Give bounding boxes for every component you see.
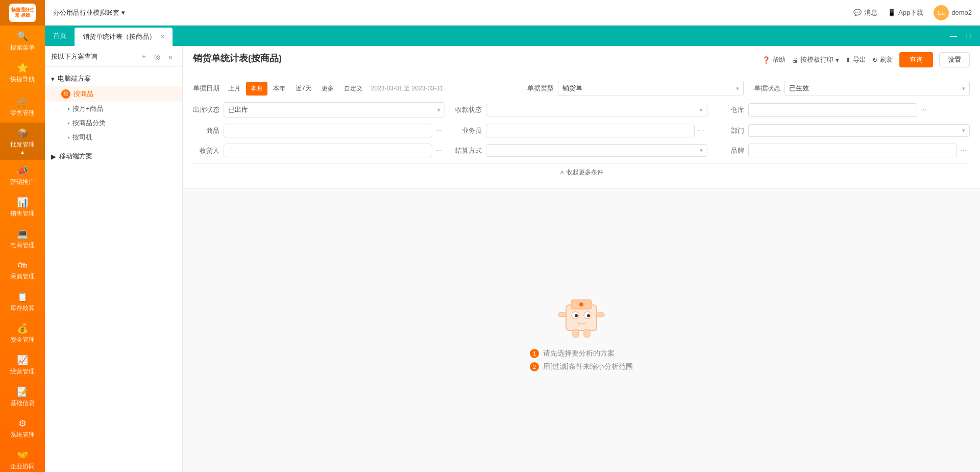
tree-container: ▾ 电脑端方案 按 按商品 ▪ 按月+商品 ▪ 按商品分类 — [45, 67, 182, 472]
goods-input[interactable] — [224, 124, 432, 137]
filter-field-recipient: 收货人 ··· — [193, 144, 445, 157]
search-icon: 🔍 — [17, 31, 28, 42]
date-btn-more[interactable]: 更多 — [317, 82, 338, 96]
app-download-label: App下载 — [898, 8, 923, 17]
order-type-label: 单据类型 — [527, 84, 558, 93]
recipient-input[interactable] — [224, 144, 432, 157]
out-status-value: 已出库 — [228, 105, 248, 114]
settings-plan-button[interactable]: ◎ — [152, 51, 163, 62]
collapse-label: ∧ 收起更多条件 — [559, 169, 603, 176]
brand-more-button[interactable]: ··· — [957, 146, 970, 155]
tree-item-by-month-goods[interactable]: ▪ 按月+商品 — [45, 102, 182, 116]
sidebar-item-retail[interactable]: 🛒 零售管理 — [0, 91, 45, 123]
salesman-more-button[interactable]: ··· — [695, 126, 707, 135]
order-type-value: 销货单 — [562, 84, 582, 93]
tree-item-by-goods[interactable]: 按 按商品 — [45, 86, 182, 102]
order-type-select[interactable]: 销货单 ▾ — [558, 81, 743, 96]
refresh-icon: ↻ — [872, 56, 878, 64]
tree-group-desktop-title[interactable]: ▾ 电脑端方案 — [45, 71, 182, 86]
template-print-button[interactable]: 🖨 按模板打印 ▾ — [792, 55, 839, 64]
date-range-text: 2023-03-01 至 2023-03-31 — [371, 84, 443, 93]
star-icon: ⭐ — [17, 62, 28, 74]
message-button[interactable]: 💬 消息 — [853, 8, 877, 17]
order-status-select[interactable]: 已生效 ▾ — [785, 81, 970, 96]
brand-input[interactable] — [748, 144, 957, 157]
user-menu[interactable]: Ea demo2 — [934, 5, 972, 20]
export-label: 导出 — [853, 55, 866, 64]
sidebar-item-label: 基础信息 — [10, 399, 35, 408]
tree-group-desktop: ▾ 电脑端方案 按 按商品 ▪ 按月+商品 ▪ 按商品分类 — [45, 71, 182, 145]
tree-group-label: 移动端方案 — [59, 152, 92, 161]
warehouse-input[interactable] — [748, 103, 917, 117]
filter-area: 单据日期 上月 本月 本年 近7天 更多 自定义 2023-03-01 至 20… — [183, 74, 980, 188]
system-icon: ⚙ — [18, 418, 27, 429]
tab-home[interactable]: 首页 — [45, 26, 75, 46]
date-filter: 上月 本月 本年 近7天 更多 自定义 2023-03-01 至 2023-03… — [224, 82, 517, 96]
salesman-input[interactable] — [486, 124, 695, 137]
query-button[interactable]: 查询 — [899, 52, 933, 67]
setting-button[interactable]: 设置 — [939, 52, 970, 67]
date-btn-custom[interactable]: 自定义 — [339, 82, 367, 96]
order-status-arrow: ▾ — [962, 85, 965, 92]
sidebar: 畅捷通好生意 标版 🔍 搜索菜单 ⭐ 快捷导航 🛒 零售管理 📦 批发管理 ▲ … — [0, 0, 45, 472]
tab-maximize-button[interactable]: □ — [963, 30, 975, 42]
tip-text-1: 请先选择要分析的方案 — [543, 349, 615, 358]
tree-item-by-goods-category[interactable]: ▪ 按商品分类 — [45, 116, 182, 130]
sidebar-item-purchase[interactable]: 🛍 采购管理 — [0, 255, 45, 286]
tab-minimize-button[interactable]: — — [947, 30, 960, 42]
sidebar-item-label: 快捷导航 — [10, 75, 35, 84]
sidebar-item-finance[interactable]: 💰 资金管理 — [0, 318, 45, 349]
sidebar-item-operations[interactable]: 📈 经营管理 — [0, 349, 45, 381]
collapse-conditions-button[interactable]: ∧ 收起更多条件 — [193, 163, 970, 181]
recv-status-label: 收款状态 — [455, 105, 486, 114]
filter-field-dept: 部门 ▾ — [718, 124, 970, 137]
left-panel-actions: ＋ ◎ « — [138, 51, 176, 62]
tabbar-actions: — □ — [947, 30, 980, 42]
sidebar-logo: 畅捷通好生意 标版 — [0, 0, 45, 26]
empty-tip-1: 1 请先选择要分析的方案 — [530, 349, 633, 358]
dept-label: 部门 — [718, 126, 748, 135]
tab-close-button[interactable]: × — [161, 33, 164, 40]
sidebar-item-enterprise[interactable]: 🤝 企业协同 — [0, 444, 45, 472]
recv-status-select[interactable]: ▾ — [486, 104, 707, 116]
sidebar-item-wholesale[interactable]: 📦 批发管理 ▲ — [0, 123, 45, 160]
sidebar-item-quicknav[interactable]: ⭐ 快捷导航 — [0, 57, 45, 89]
basic-info-icon: 📝 — [17, 386, 28, 397]
warehouse-more-button[interactable]: ··· — [917, 105, 930, 114]
sidebar-item-label: 电商管理 — [10, 241, 35, 250]
filter-row-4: 收货人 ··· 结算方式 ▾ 品牌 — [193, 144, 970, 157]
sidebar-item-system[interactable]: ⚙ 系统管理 — [0, 413, 45, 444]
help-button[interactable]: ❓ 帮助 — [762, 55, 786, 64]
refresh-button[interactable]: ↻ 刷新 — [872, 55, 893, 64]
user-name: demo2 — [951, 9, 972, 16]
export-button[interactable]: ⬆ 导出 — [845, 55, 866, 64]
tabbar: 首页 销货单统计表（按商品） × — □ — [45, 26, 980, 46]
app-download-button[interactable]: 📱 App下载 — [888, 8, 923, 17]
sidebar-item-ecommerce[interactable]: 💻 电商管理 — [0, 223, 45, 255]
goods-more-button[interactable]: ··· — [432, 126, 445, 135]
settle-select[interactable]: ▾ — [486, 144, 707, 157]
logo-text[interactable]: 畅捷通好生意 标版 — [9, 4, 36, 22]
filter-field-brand: 品牌 ··· — [718, 144, 970, 157]
sidebar-item-inventory[interactable]: 📋 库存核算 — [0, 286, 45, 318]
tab-sales-stats[interactable]: 销货单统计表（按商品） × — [75, 28, 173, 46]
date-btn-last-month[interactable]: 上月 — [224, 82, 245, 96]
date-btn-this-year[interactable]: 本年 — [268, 82, 290, 96]
tree-group-mobile-title[interactable]: ▶ 移动端方案 — [45, 149, 182, 164]
brand-label: 品牌 — [718, 146, 748, 155]
export-icon: ⬆ — [845, 56, 851, 64]
out-status-select[interactable]: 已出库 ▾ — [224, 102, 445, 117]
sidebar-item-basic-info[interactable]: 📝 基础信息 — [0, 381, 45, 413]
workspace-selector[interactable]: 办公用品行业模拟账套 ▾ — [53, 8, 125, 17]
add-plan-button[interactable]: ＋ — [138, 51, 150, 62]
collapse-panel-button[interactable]: « — [165, 51, 176, 62]
sub-icon-3: ▪ — [67, 134, 69, 141]
sidebar-item-marketing[interactable]: 📣 营销推广 — [0, 160, 45, 192]
date-btn-7days[interactable]: 近7天 — [291, 82, 316, 96]
date-btn-this-month[interactable]: 本月 — [246, 82, 267, 96]
dept-select[interactable]: ▾ — [748, 124, 970, 137]
recipient-more-button[interactable]: ··· — [432, 146, 445, 155]
sidebar-item-sales[interactable]: 📊 销售管理 — [0, 192, 45, 223]
tree-item-by-driver[interactable]: ▪ 按司机 — [45, 130, 182, 145]
sidebar-item-search[interactable]: 🔍 搜索菜单 — [0, 26, 45, 57]
